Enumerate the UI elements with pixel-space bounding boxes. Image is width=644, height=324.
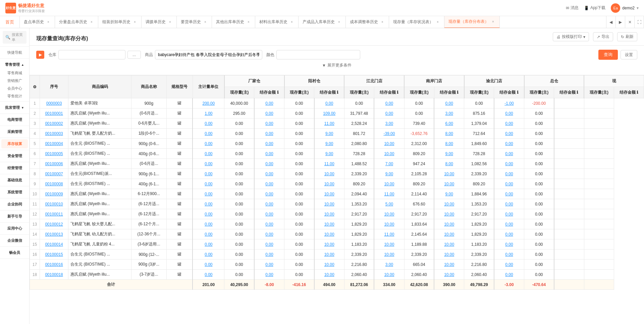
row-unit: 罐 (166, 129, 193, 139)
sidebar-item-kuaijie[interactable]: 快捷导航 (0, 48, 29, 57)
search-box[interactable]: 🔍 搜索英单 (3, 31, 26, 44)
row-name: 飞鹤星飞帆 婴儿配方奶... (68, 129, 131, 139)
tab-yaohuo[interactable]: 要货单历史 × (177, 16, 212, 28)
sidebar-section-lingshou: 零售管理 ▲ 零售商城 营销推广 会员中心 零售统计 (0, 59, 29, 102)
sidebar-item-lingshoutj[interactable]: 零售统计 (0, 92, 29, 100)
expand-conditions-btn[interactable]: ▼ 展开更多条件 (322, 62, 352, 68)
tab-cailiaochu[interactable]: 材料出库单历史 × (255, 16, 299, 28)
settings-button[interactable]: 设置 (621, 50, 637, 59)
row-changjia-qty: 0.00 (193, 249, 224, 260)
row-changjia-amt: 0.00 (224, 219, 254, 229)
color-input[interactable] (276, 50, 360, 59)
row-mocun-qty: 0.00 (254, 199, 284, 209)
sidebar-nav: 快捷导航 (0, 47, 29, 59)
sidebar-item-yingyongzx[interactable]: 应用中心 (0, 224, 29, 233)
sidebar-item-jingying[interactable]: 经营管理 (0, 164, 29, 173)
message-btn[interactable]: ✉ 消息 (566, 5, 579, 11)
summary-mocun-amt: -416.16 (284, 280, 314, 290)
row-changjia-amt: 0.00 (224, 229, 254, 239)
tab-close-icon[interactable]: × (89, 20, 94, 25)
th-spec: 规格型号 (166, 76, 193, 98)
sidebar-item-jichu[interactable]: 基础信息 (0, 176, 29, 185)
sidebar-item-lingshoushangcheng[interactable]: 零售商城 (0, 69, 29, 77)
sidebar-item-dianshang[interactable]: 电商管理 (0, 115, 29, 124)
tab-close-icon[interactable]: × (203, 20, 208, 25)
row-unit: 罐 (166, 199, 193, 209)
sidebar-item-xinshouyindao[interactable]: 新手引导 (0, 212, 29, 221)
row-name: 飞鹤星飞帆 幼儿配方奶... (68, 229, 131, 239)
row-changjia-amt: 0.00 (224, 270, 254, 280)
tab-diaobodanhist[interactable]: 调拨单历史 × (142, 16, 177, 28)
tab-close-icon[interactable]: × (168, 20, 172, 25)
tab-close-icon[interactable]: × (46, 20, 51, 25)
sidebar-item-lingshou[interactable]: 零售管理 ▲ (0, 60, 29, 69)
settings-icon[interactable]: ⚙ (33, 85, 37, 89)
sidebar-item-huiyuanzhx[interactable]: 会员中心 (0, 85, 29, 92)
tab-close-icon[interactable]: × (435, 20, 440, 25)
row-spec: (6-12个月... (131, 219, 166, 229)
tab-xiancunliang-kcfb[interactable]: 现存量（库存分布表） × (444, 16, 500, 28)
row-na-amt: 2,060.40 (404, 270, 434, 280)
row-changjia-amt: 0.00 (224, 249, 254, 260)
product-input[interactable] (155, 50, 262, 59)
tab-chanchengpin[interactable]: 产成品入库单历史 × (299, 16, 346, 28)
sidebar-item-changhui[interactable]: 畅会员 (0, 248, 29, 257)
filter-toggle-btn[interactable]: ▶ (36, 51, 44, 59)
tab-fenpandian[interactable]: 分量盘点单历史 × (55, 16, 98, 28)
row-no: 12 (30, 209, 40, 219)
row-jb-qty: 10.00 (314, 189, 344, 199)
tab-home[interactable]: 首页 (0, 16, 20, 28)
tab-next-btn[interactable]: ▶ (616, 16, 625, 28)
query-button[interactable]: 查询 (598, 50, 618, 60)
tab-chengbentiaoz[interactable]: 成本调整单历史 × (346, 16, 389, 28)
tab-zuzhezhecai[interactable]: 组装折卸单历史 × (98, 16, 142, 28)
filter-row-1: ▶ 仓库 ... 商品 颜色 查询 设置 (36, 50, 637, 60)
sidebar-item-qiyexieton[interactable]: 企业协同 (0, 200, 29, 209)
sidebar-item-kucun[interactable]: 库存核算 (1, 139, 28, 148)
warehouse-input[interactable] (58, 50, 125, 59)
table-row: 3 00100002 惠氏启赋 (Wyeth illu... 0-6月婴儿...… (30, 119, 644, 129)
row-code: 00100016 (40, 260, 68, 270)
tab-close-icon[interactable]: × (246, 20, 251, 25)
tab-close-icon[interactable]: × (289, 20, 294, 25)
tab-prev-btn[interactable]: ◀ (606, 16, 616, 28)
sidebar-item-qiyewechat[interactable]: 企业微信 (0, 236, 29, 245)
user-area[interactable]: Ea demo2 ▾ (611, 3, 639, 13)
export-button[interactable]: ↗ 导出 (593, 32, 613, 41)
tab-maximize-btn[interactable]: ⛶ (635, 16, 644, 28)
sidebar-item-pifa[interactable]: 批发管理 ▼ (0, 103, 29, 112)
row-spec: (3-7岁适... (131, 270, 166, 280)
sidebar-section-yingyongzx: 应用中心 (0, 223, 29, 235)
sidebar-item-zijin[interactable]: 资金管理 (0, 151, 29, 160)
tabs-scroll: 盘点单历史 × 分量盘点单历史 × 组装折卸单历史 × 调拨单历史 × 要货单历… (20, 16, 606, 28)
tab-label: 现存量（库存分布表） (448, 19, 489, 25)
tab-pandian[interactable]: 盘点单历史 × (20, 16, 55, 28)
warehouse-label: 仓库 (48, 52, 56, 58)
tab-close-icon[interactable]: × (337, 20, 341, 25)
row-na-amt: 947.24 (404, 159, 434, 169)
tab-qitachuku[interactable]: 其他出库单历史 × (212, 16, 255, 28)
sidebar-item-yingxiaotg[interactable]: 营销推广 (0, 77, 29, 85)
refresh-button[interactable]: ↻ 刷新 (617, 32, 637, 41)
row-cur-amt (584, 169, 614, 179)
row-cur-amt (584, 179, 614, 189)
tab-close-icon[interactable]: × (132, 20, 137, 25)
row-na-qty: 9.00 (374, 169, 404, 179)
sidebar-search-area[interactable]: 🔍 搜索英单 (0, 28, 29, 47)
row-yb-qty: 8.00 (434, 159, 464, 169)
sidebar-item-xitong[interactable]: 系统管理 (0, 188, 29, 197)
th-settings[interactable]: ⚙ (30, 76, 40, 98)
row-zc-amt: 0.00 (524, 139, 554, 149)
th-name: 商品名称 (131, 76, 166, 98)
sidebar-item-caigou[interactable]: 采购管理 (0, 127, 29, 136)
inventory-table: ⚙ 序号 商品编码 商品名称 规格型号 主计量单位 厂家仓 陌村仓 江北门店 南… (30, 75, 644, 290)
app-download-btn[interactable]: 📱 App下载 (584, 5, 605, 11)
warehouse-picker-btn[interactable]: ... (127, 51, 141, 59)
tab-xiancunliang-kczt[interactable]: 现存量（库存状况表） × (389, 16, 444, 28)
row-zc-qty: 0.00 (494, 108, 524, 119)
tab-close-icon[interactable]: × (380, 20, 385, 25)
print-button[interactable]: 🖨 按模版打印 ▾ (553, 32, 589, 41)
chevron-up-icon: ▲ (21, 63, 24, 66)
tab-close-icon[interactable]: × (491, 19, 495, 24)
tab-close-all-btn[interactable]: ✕ (625, 16, 635, 28)
